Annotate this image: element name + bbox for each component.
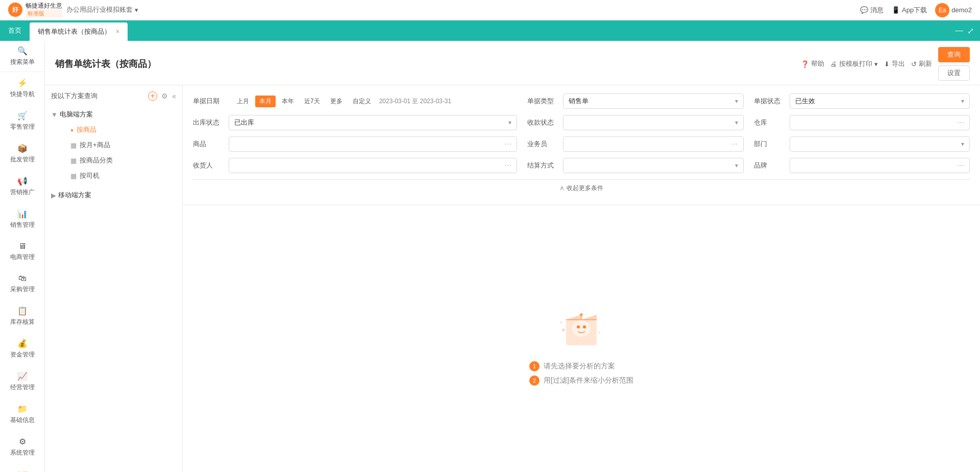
sales-icon: 📊 — [17, 209, 28, 219]
date-7days-btn[interactable]: 近7天 — [300, 96, 324, 107]
mobile-group-arrow-icon: ▶ — [51, 192, 56, 199]
nav-tree-mobile: ▶ 移动端方案 — [45, 185, 182, 205]
sidebar-item-sales[interactable]: 📊 销售管理 — [0, 203, 44, 235]
category-icon: ▦ — [70, 157, 77, 164]
group-arrow-icon: ▼ — [51, 111, 58, 119]
main-layout: 🔍 搜索菜单 ⚡ 快捷导航 🛒 零售管理 📦 批发管理 📢 营销推广 📊 销售管… — [0, 41, 980, 472]
wholesale-icon: 📦 — [17, 144, 28, 153]
workspace-selector[interactable]: 办公用品行业模拟账套 ▾ — [66, 5, 138, 14]
svg-marker-2 — [581, 315, 597, 320]
settings-scheme-btn[interactable]: ⚙ — [161, 92, 168, 100]
sidebar-item-search[interactable]: 🔍 搜索菜单 — [0, 41, 44, 72]
sidebar-item-finance[interactable]: 💰 资金管理 — [0, 333, 44, 365]
logo-area: 好 畅捷通好生意 标准版 — [8, 2, 62, 18]
app-download-btn[interactable]: 📱 App下载 — [892, 6, 927, 15]
filter-field-date: 单据日期 上月 本月 本年 近7天 更多 自定义 2023-03-01 至 20… — [193, 96, 517, 107]
ecommerce-icon: 🖥 — [18, 242, 27, 251]
filter-layout: 按以下方案查询 + ⚙ « ▼ 电脑端方案 ● 按 — [45, 85, 980, 472]
filter-field-receiver: 收货人 ··· — [193, 158, 517, 173]
export-icon: ⬇ — [884, 60, 890, 68]
empty-state: 1 请先选择要分析的方案 2 用[过滤]条件来缩小分析范围 — [183, 205, 980, 472]
brand-input[interactable]: ··· — [790, 158, 970, 173]
nav-item-by-month-product[interactable]: ▦ 按月+商品 — [65, 137, 182, 153]
svg-point-8 — [580, 313, 583, 316]
pay-status-chevron: ▾ — [735, 119, 738, 126]
filter-field-doc-type: 单据类型 销售单 ▾ — [527, 93, 743, 109]
salesperson-input[interactable]: ··· — [563, 136, 743, 152]
sidebar-item-purchase[interactable]: 🛍 采购管理 — [0, 268, 44, 300]
sidebar-item-basic[interactable]: 📁 基础信息 — [0, 398, 44, 431]
add-scheme-btn[interactable]: + — [148, 91, 157, 101]
collapse-filter-btn[interactable]: ∧ 收起更多条件 — [193, 179, 970, 197]
user-profile[interactable]: Ea demo2 — [935, 3, 972, 17]
settings-btn[interactable]: 设置 — [938, 65, 970, 81]
nav-item-by-product[interactable]: ● 按商品 — [65, 122, 182, 137]
filter-row-1: 单据日期 上月 本月 本年 近7天 更多 自定义 2023-03-01 至 20… — [193, 93, 970, 109]
refresh-icon: ↺ — [911, 60, 917, 68]
dept-chevron: ▾ — [961, 140, 964, 148]
sidebar-item-operations[interactable]: 📈 经营管理 — [0, 365, 44, 398]
cashier-icon: ▦ — [70, 172, 77, 180]
out-status-select[interactable]: 已出库 ▾ — [229, 115, 517, 130]
print-dropdown-icon: ▾ — [874, 60, 878, 68]
tab-expand-btn[interactable]: ⤢ — [967, 26, 974, 36]
marketing-icon: 📢 — [17, 176, 28, 186]
export-btn[interactable]: ⬇ 导出 — [884, 59, 905, 68]
nav-group-mobile[interactable]: ▶ 移动端方案 — [45, 187, 182, 203]
sidebar-item-quick-nav[interactable]: ⚡ 快捷导航 — [0, 72, 44, 105]
filter-field-dept: 部门 ▾ — [754, 136, 970, 152]
tab-active[interactable]: 销售单统计表（按商品） × — [30, 22, 128, 41]
hint-item-2: 2 用[过滤]条件来缩小分析范围 — [529, 375, 633, 386]
sidebar-item-corp-collab[interactable]: 🤝 企业协同 — [0, 463, 44, 472]
sidebar-item-marketing[interactable]: 📢 营销推广 — [0, 170, 44, 203]
hint-num-1: 1 — [529, 361, 540, 371]
search-icon: 🔍 — [17, 46, 28, 56]
nav-tree-pc: ▼ 电脑端方案 ● 按商品 ▦ 按月+商品 ▦ — [45, 105, 182, 185]
receiver-input[interactable]: ··· — [229, 158, 517, 173]
filter-rows: 单据日期 上月 本月 本年 近7天 更多 自定义 2023-03-01 至 20… — [183, 85, 980, 205]
svg-point-11 — [598, 332, 600, 334]
nav-item-by-cashier[interactable]: ▦ 按司机 — [65, 168, 182, 183]
date-custom-btn[interactable]: 自定义 — [349, 96, 375, 107]
tab-close-icon[interactable]: × — [116, 28, 119, 35]
settlement-select[interactable]: ▾ — [563, 158, 743, 173]
date-quick-buttons: 上月 本月 本年 近7天 更多 自定义 — [233, 96, 375, 107]
svg-point-6 — [583, 325, 586, 328]
help-btn[interactable]: ❓ 帮助 — [801, 59, 824, 68]
refresh-btn[interactable]: ↺ 刷新 — [911, 59, 932, 68]
warehouse-input[interactable]: ··· — [790, 115, 970, 130]
date-this-year-btn[interactable]: 本年 — [278, 96, 298, 107]
sidebar-item-retail[interactable]: 🛒 零售管理 — [0, 105, 44, 137]
out-status-chevron: ▾ — [508, 119, 511, 126]
filter-row-3: 商品 ··· 业务员 ··· — [193, 136, 970, 152]
grid-icon: ▦ — [70, 141, 77, 149]
download-icon: 📱 — [892, 6, 900, 14]
sidebar-item-inventory[interactable]: 📋 库存核算 — [0, 300, 44, 333]
product-input[interactable]: ··· — [229, 136, 517, 152]
nav-group-pc[interactable]: ▼ 电脑端方案 — [45, 107, 182, 122]
query-btn[interactable]: 查询 — [938, 47, 970, 62]
empty-illustration — [551, 292, 612, 353]
doc-type-chevron: ▾ — [735, 98, 738, 105]
doc-type-select[interactable]: 销售单 ▾ — [563, 93, 743, 109]
tab-minimize-btn[interactable]: — — [955, 26, 963, 35]
tab-home[interactable]: 首页 — [0, 20, 30, 41]
basic-icon: 📁 — [17, 404, 28, 414]
date-last-month-btn[interactable]: 上月 — [233, 96, 253, 107]
message-btn[interactable]: 💬 消息 — [860, 6, 884, 15]
print-btn[interactable]: 🖨 按模板打印 ▾ — [830, 59, 878, 68]
collapse-nav-btn[interactable]: « — [172, 92, 176, 100]
quick-nav-icon: ⚡ — [17, 78, 28, 88]
date-this-month-btn[interactable]: 本月 — [255, 96, 276, 107]
nav-item-by-category[interactable]: ▦ 按商品分类 — [65, 153, 182, 168]
svg-point-10 — [560, 321, 562, 323]
sidebar-item-ecommerce[interactable]: 🖥 电商管理 — [0, 235, 44, 268]
date-more-btn[interactable]: 更多 — [326, 96, 347, 107]
doc-status-select[interactable]: 已生效 ▾ — [790, 93, 970, 109]
sidebar-item-wholesale[interactable]: 📦 批发管理 — [0, 137, 44, 170]
sidebar-item-system[interactable]: ⚙ 系统管理 — [0, 431, 44, 463]
top-bar-right: 💬 消息 📱 App下载 Ea demo2 — [860, 3, 972, 17]
filter-field-pay-status: 收款状态 ▾ — [527, 115, 743, 130]
dept-select[interactable]: ▾ — [790, 136, 970, 152]
pay-status-select[interactable]: ▾ — [563, 115, 743, 130]
